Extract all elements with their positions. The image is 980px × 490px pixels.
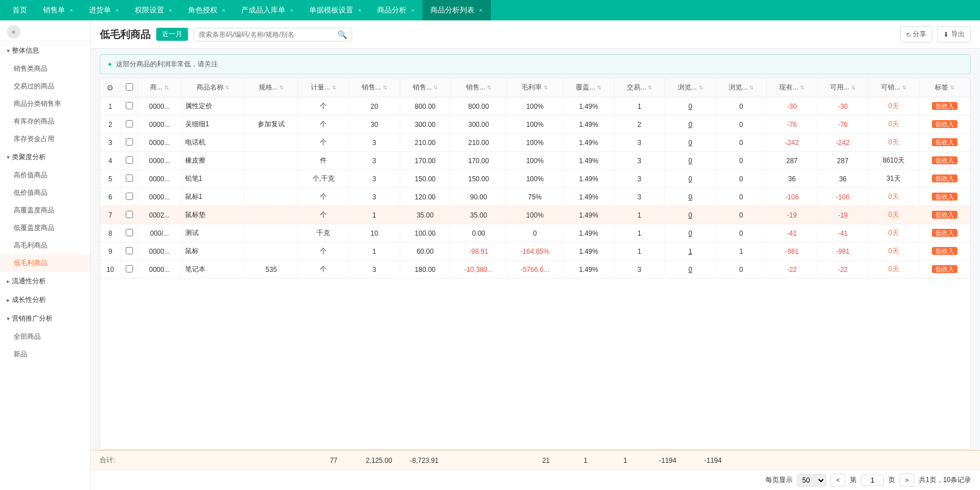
row-select-checkbox[interactable] [126, 247, 133, 254]
sidebar-item-low-value[interactable]: 低价值商品 [0, 184, 90, 202]
col-coverage[interactable]: 覆盖... [563, 78, 614, 97]
search-input[interactable] [199, 31, 337, 39]
nav-purchase[interactable]: 进货单 × [81, 0, 127, 20]
col-sales-price[interactable]: 销售... [400, 78, 451, 97]
sidebar-item-traded-goods[interactable]: 交易过的商品 [0, 78, 90, 95]
nav-template[interactable]: 单据模板设置 × [301, 0, 369, 20]
row-checkbox[interactable] [121, 97, 138, 116]
row-checkbox[interactable] [121, 261, 138, 279]
sidebar-item-low-margin[interactable]: 低毛利商品 [0, 254, 90, 272]
search-icon[interactable]: 🔍 [337, 30, 347, 39]
row-browse1[interactable]: 0 [665, 206, 716, 224]
row-current-stock: 36 [767, 170, 818, 188]
col-sales-qty[interactable]: 销售... [349, 78, 400, 97]
row-browse1[interactable]: 0 [665, 134, 716, 152]
nav-permission[interactable]: 权限设置 × [127, 0, 180, 20]
nav-goods-analysis-list[interactable]: 商品分析列表 × [422, 0, 490, 20]
row-checkbox[interactable] [121, 206, 138, 224]
col-settings[interactable]: ⚙ [100, 78, 121, 97]
next-page-btn[interactable]: ＞ [900, 474, 914, 487]
sidebar-collapse-btn[interactable]: « [7, 25, 20, 39]
col-name[interactable]: 商品名称 [181, 78, 245, 97]
export-button[interactable]: ⬇ 导出 [937, 26, 971, 42]
close-icon[interactable]: × [290, 7, 293, 14]
row-browse1[interactable]: 0 [665, 224, 716, 242]
row-select-checkbox[interactable] [126, 211, 133, 218]
row-select-checkbox[interactable] [126, 138, 133, 146]
close-icon[interactable]: × [358, 7, 361, 14]
row-browse1[interactable]: 0 [665, 188, 716, 206]
col-sellable[interactable]: 可销... [868, 78, 919, 97]
row-select-checkbox[interactable] [126, 229, 133, 236]
row-select-checkbox[interactable] [126, 265, 133, 272]
period-button[interactable]: 近一月 [156, 28, 188, 41]
share-button[interactable]: ⎋ 分享 [900, 26, 932, 42]
col-gross-margin[interactable]: 毛利率 [507, 78, 563, 97]
row-browse1[interactable]: 0 [665, 97, 716, 116]
row-checkbox[interactable] [121, 134, 138, 152]
sidebar-item-in-stock[interactable]: 有库存的商品 [0, 113, 90, 130]
row-select-checkbox[interactable] [126, 120, 133, 127]
row-browse1[interactable]: 1 [665, 242, 716, 261]
row-sellable: 0天 [868, 97, 919, 116]
row-select-checkbox[interactable] [126, 193, 133, 200]
sidebar-item-new-goods[interactable]: 新品 [0, 346, 90, 363]
close-icon[interactable]: × [169, 7, 172, 14]
sidebar-group-flow-header[interactable]: ▸ 流通性分析 [0, 272, 90, 291]
sidebar-group-cluster-header[interactable]: ▾ 类聚度分析 [0, 148, 90, 167]
nav-product-in[interactable]: 产成品入库单 × [233, 0, 301, 20]
nav-goods-analysis[interactable]: 商品分析 × [369, 0, 422, 20]
row-checkbox[interactable] [121, 116, 138, 134]
close-icon[interactable]: × [70, 7, 73, 14]
row-checkbox[interactable] [121, 242, 138, 261]
col-available-stock[interactable]: 可用... [818, 78, 868, 97]
row-tag: 低收入 [919, 188, 970, 206]
col-browse1[interactable]: 浏览... [665, 78, 716, 97]
close-icon[interactable]: × [479, 7, 482, 14]
col-browse2[interactable]: 浏览... [716, 78, 767, 97]
row-checkbox[interactable] [121, 224, 138, 242]
sidebar-item-sales-goods[interactable]: 销售类商品 [0, 60, 90, 78]
col-current-stock[interactable]: 现有... [767, 78, 818, 97]
row-select-checkbox[interactable] [126, 102, 133, 109]
sidebar-item-high-margin[interactable]: 高毛利商品 [0, 237, 90, 254]
sidebar-item-capital[interactable]: 库存资金占用 [0, 130, 90, 148]
nav-role[interactable]: 角色授权 × [180, 0, 233, 20]
sidebar-item-high-coverage[interactable]: 高覆盖度商品 [0, 202, 90, 219]
settings-icon[interactable]: ⚙ [106, 83, 114, 92]
nav-sales[interactable]: 销售单 × [35, 0, 81, 20]
close-icon[interactable]: × [222, 7, 225, 14]
row-browse2: 0 [716, 134, 767, 152]
close-icon[interactable]: × [411, 7, 414, 14]
sidebar-group-overview-header[interactable]: ▾ 整体信息 [0, 41, 90, 60]
page-input[interactable] [861, 475, 884, 486]
sidebar-group-growth-header[interactable]: ▸ 成长性分析 [0, 291, 90, 309]
table-container[interactable]: ⚙ 商... 商品名称 规格... 计量... 销售... 销售... 销售..… [100, 78, 971, 450]
col-unit[interactable]: 计量... [298, 78, 349, 97]
col-code[interactable]: 商... [138, 78, 181, 97]
col-tag[interactable]: 标签 [919, 78, 970, 97]
col-transaction[interactable]: 交易... [614, 78, 665, 97]
sidebar-item-low-coverage[interactable]: 低覆盖度商品 [0, 219, 90, 237]
sidebar-item-all-goods[interactable]: 全部商品 [0, 328, 90, 346]
col-sales-amount[interactable]: 销售... [451, 78, 507, 97]
row-browse1[interactable]: 0 [665, 152, 716, 170]
row-browse1[interactable]: 0 [665, 116, 716, 134]
row-select-checkbox[interactable] [126, 156, 133, 164]
row-checkbox[interactable] [121, 170, 138, 188]
prev-page-btn[interactable]: ＜ [831, 474, 845, 487]
row-browse1[interactable]: 0 [665, 261, 716, 279]
page-size-select[interactable]: 50 100 200 [797, 474, 826, 487]
row-browse1[interactable]: 0 [665, 170, 716, 188]
row-checkbox[interactable] [121, 188, 138, 206]
row-sales-price: 35.00 [400, 206, 451, 224]
row-checkbox[interactable] [121, 152, 138, 170]
sidebar-item-category-rate[interactable]: 商品分类销售率 [0, 95, 90, 113]
nav-home[interactable]: 首页 [5, 0, 35, 20]
row-select-checkbox[interactable] [126, 174, 133, 182]
col-spec[interactable]: 规格... [245, 78, 298, 97]
sidebar-item-high-value[interactable]: 高价值商品 [0, 167, 90, 184]
sidebar-group-marketing-header[interactable]: ▾ 营销推广分析 [0, 309, 90, 328]
select-all-checkbox[interactable] [126, 83, 133, 91]
close-icon[interactable]: × [115, 7, 119, 14]
